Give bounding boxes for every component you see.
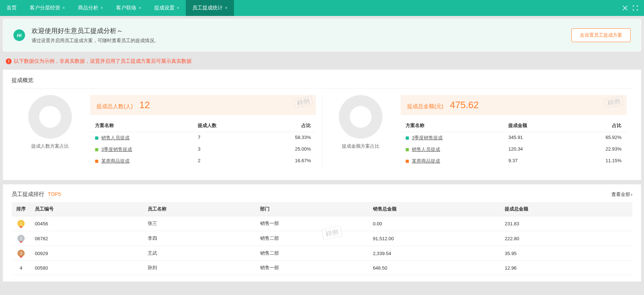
chevron-right-icon: › — [631, 192, 632, 197]
cell-dept: 销售一部 — [256, 261, 369, 275]
cell-code: 00580 — [30, 261, 143, 275]
tab-label: 客户分层经营 — [30, 5, 60, 11]
table-row: 某类商品提成216.67% — [90, 155, 316, 167]
cell-value: 120.34 — [508, 146, 570, 153]
col-commission: 提成总金额 — [500, 202, 632, 216]
tab-label: 员工提成统计 — [192, 5, 223, 11]
ranking-title: 员工提成排行 — [12, 191, 44, 197]
col-emp-code: 员工编号 — [30, 202, 143, 216]
cell-sales: 91,512.00 — [369, 231, 501, 246]
close-all-icon[interactable] — [620, 3, 630, 13]
plan-link[interactable]: 3季度销售提成 — [101, 146, 132, 153]
cell-rank: 2 — [12, 231, 30, 246]
table-row: 销售人员提成758.33% — [90, 132, 316, 144]
amount-mini-table: 方案名称 提成金额 占比 3季度销售提成345.9165.92%销售人员提成12… — [401, 119, 627, 167]
plan-link[interactable]: 3季度销售提成 — [412, 135, 443, 141]
cell-sales: 648.50 — [369, 261, 501, 275]
tab-label: 客户联络 — [116, 5, 136, 11]
cell-commission: 12.96 — [500, 261, 632, 275]
overview-title: 提成概览 — [12, 77, 632, 89]
table-row: 400580孙刘销售一部648.5012.96 — [12, 261, 632, 275]
col-dept: 部门 — [256, 202, 369, 216]
ranking-top5-badge: TOP5 — [48, 191, 61, 197]
cell-value: 2 — [198, 158, 259, 164]
overview-card: 提成概览 提成人数方案占比 提成总人数(人) 12 样例 — [3, 70, 641, 180]
cell-pct: 11.15% — [570, 158, 622, 164]
col-amount: 提成金额 — [508, 122, 570, 129]
people-stat-value: 12 — [139, 99, 150, 111]
amount-donut-label: 提成金额方案占比 — [342, 143, 380, 149]
cell-pct: 25.00% — [259, 146, 311, 153]
col-count: 提成人数 — [198, 122, 259, 129]
table-row: 100456张三销售一部0.00231.83 — [12, 216, 632, 231]
plan-link[interactable]: 销售人员提成 — [412, 146, 440, 153]
cell-code: 00456 — [30, 216, 143, 231]
tab-4[interactable]: 提成设置× — [148, 0, 186, 16]
close-icon[interactable]: × — [101, 5, 103, 11]
view-all-link[interactable]: 查看全部 › — [611, 191, 632, 198]
cell-name: 孙刘 — [143, 261, 256, 275]
people-donut-chart — [28, 95, 72, 139]
close-icon[interactable]: × — [139, 5, 141, 11]
plan-link[interactable]: 某类商品提成 — [412, 158, 440, 164]
tab-2[interactable]: 商品分析× — [71, 0, 110, 16]
plan-link[interactable]: 某类商品提成 — [101, 158, 130, 164]
welcome-banner: Hi 欢迎使用好生意员工提成分析～ 通过设置并启用员工提成方案，可随时查看员工的… — [3, 19, 641, 52]
cell-commission: 231.83 — [500, 216, 632, 231]
col-emp-name: 员工名称 — [143, 202, 256, 216]
tab-5[interactable]: 员工提成统计× — [186, 0, 234, 16]
medal-icon: 2 — [17, 235, 25, 242]
cell-name: 王武 — [143, 246, 256, 261]
warning-icon: ! — [6, 58, 12, 64]
cell-pct: 22.93% — [570, 146, 622, 153]
table-row: 某类商品提成9.3711.15% — [401, 155, 627, 167]
plan-link[interactable]: 销售人员提成 — [101, 135, 130, 141]
col-plan-name: 方案名称 — [406, 122, 508, 129]
legend-dot-icon — [406, 136, 409, 140]
cell-commission: 222.80 — [500, 231, 632, 246]
ranking-table: 排序 员工编号 员工名称 部门 销售总金额 提成总金额 100456张三销售一部… — [12, 202, 632, 275]
page-scroll[interactable]: Hi 欢迎使用好生意员工提成分析～ 通过设置并启用员工提成方案，可随时查看员工的… — [0, 16, 644, 295]
tab-label: 首页 — [7, 5, 17, 11]
cell-value: 345.91 — [508, 135, 570, 141]
people-mini-table: 方案名称 提成人数 占比 销售人员提成758.33%3季度销售提成325.00%… — [90, 119, 316, 167]
cell-commission: 35.95 — [500, 246, 632, 261]
warning-text: 以下数据仅为示例，非真实数据，设置并启用了员工提成方案后可展示真实数据 — [14, 58, 192, 65]
col-sales: 销售总金额 — [369, 202, 501, 216]
topbar-right — [620, 0, 644, 16]
close-icon[interactable]: × — [225, 5, 227, 11]
tab-0[interactable]: 首页 — [0, 0, 23, 16]
tab-label: 提成设置 — [154, 5, 175, 11]
cell-rank: 3 — [12, 246, 30, 261]
cell-dept: 销售二部 — [256, 246, 369, 261]
close-icon[interactable]: × — [62, 5, 65, 11]
legend-dot-icon — [95, 148, 98, 151]
amount-donut-chart — [339, 95, 382, 139]
cell-name: 李四 — [143, 231, 256, 246]
banner-subtitle: 通过设置并启用员工提成方案，可随时查看员工的提成情况。 — [32, 37, 159, 44]
cell-sales: 2,339.54 — [369, 246, 501, 261]
top-tab-bar: 首页客户分层经营×商品分析×客户联络×提成设置×员工提成统计× — [0, 0, 644, 16]
hi-badge-icon: Hi — [13, 29, 25, 41]
cell-value: 7 — [198, 135, 259, 141]
fullscreen-icon[interactable] — [630, 3, 640, 13]
view-all-label: 查看全部 — [611, 191, 630, 198]
banner-title: 欢迎使用好生意员工提成分析～ — [32, 26, 159, 35]
close-icon[interactable]: × — [177, 5, 179, 11]
table-row: 销售人员提成120.3422.93% — [401, 144, 627, 155]
legend-dot-icon — [95, 160, 98, 163]
overview-people-col: 提成人数方案占比 提成总人数(人) 12 样例 方案名称 提成人数 占比 — [12, 95, 322, 167]
cell-pct: 65.92% — [570, 135, 622, 141]
table-row: 3季度销售提成325.00% — [90, 144, 316, 155]
people-stat-label: 提成总人数(人) — [97, 103, 133, 110]
tab-1[interactable]: 客户分层经营× — [23, 0, 71, 16]
cell-dept: 销售二部 — [256, 231, 369, 246]
people-stat-header: 提成总人数(人) 12 — [90, 95, 316, 115]
cell-name: 张三 — [143, 216, 256, 231]
cell-code: 00929 — [30, 246, 143, 261]
setup-commission-button[interactable]: 去设置员工提成方案 — [571, 28, 631, 42]
cell-pct: 58.33% — [259, 135, 311, 141]
warning-bar: ! 以下数据仅为示例，非真实数据，设置并启用了员工提成方案后可展示真实数据 — [3, 54, 641, 70]
tab-3[interactable]: 客户联络× — [110, 0, 148, 16]
amount-stat-label: 提成总金额(元) — [407, 103, 443, 110]
